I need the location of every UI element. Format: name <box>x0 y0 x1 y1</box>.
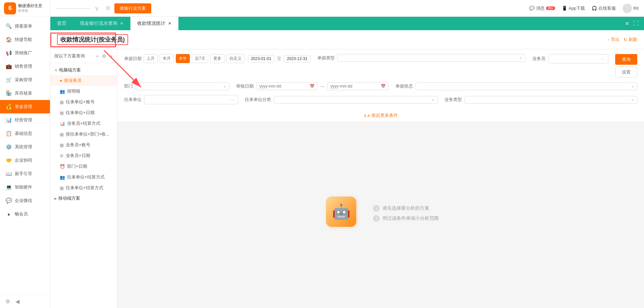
page-title: 收款情况统计(按业务员) <box>57 34 128 45</box>
tree-item-counterpart-settlement2[interactable]: ▦ 往来单位+结算方式 <box>50 183 117 193</box>
dept-filter: 部门 ∨ <box>124 83 229 90</box>
scheme-add-btn[interactable]: + <box>95 53 99 59</box>
review-date-to-input[interactable] <box>330 84 381 89</box>
message-item[interactable]: 💬 消息 99+ <box>529 5 555 11</box>
marketing-icon: 📢 <box>5 50 12 56</box>
tab-bank-flow[interactable]: 现金银行流水查询 ✕ <box>73 17 130 30</box>
doc-status-dropdown-icon: ∨ <box>631 85 634 88</box>
tree-item-staff-date[interactable]: ⚙ 业务员+日期 <box>50 150 117 161</box>
tree-item-dept-date[interactable]: ⏰ 部门+日期 <box>50 161 117 172</box>
sidebar-item-hardware[interactable]: 💻 智能硬件 <box>0 181 50 194</box>
tree-group-desktop[interactable]: ▼ 电脑端方案 <box>50 65 117 75</box>
collapse-bar[interactable]: ∧∧ 收起更多条件 <box>117 109 644 122</box>
tree-item-counterpart-settlement1[interactable]: 👥 往来单位+结算方式 <box>50 172 117 183</box>
sidebar-item-purchase[interactable]: 🛒 采购管理 <box>0 73 50 87</box>
calendar-to-icon: 📅 <box>381 84 386 89</box>
tab-home[interactable]: 首页 <box>50 20 73 27</box>
online-service-item[interactable]: 🎧 在线客服 <box>592 5 616 11</box>
refresh-icon: ↻ <box>624 37 627 42</box>
date-btn-this-month[interactable]: 本月 <box>160 54 174 63</box>
tree-item-counterpart-account[interactable]: ▦ 往来单位+账号 <box>50 97 117 107</box>
sidebar-item-basic[interactable]: 📋 基础信息 <box>0 127 50 140</box>
biz-type-input[interactable]: ∨ <box>465 96 637 104</box>
date-to-value: 2023-12-31 <box>284 55 310 62</box>
user-avatar-item[interactable]: Rit <box>623 4 639 13</box>
doc-type-input[interactable]: ∨ <box>337 54 526 62</box>
sidebar-settings-btn[interactable]: ⚙ <box>5 298 10 305</box>
sidebar-item-enterprise[interactable]: 🤝 企业协同 <box>0 154 50 167</box>
counterpart-category-input[interactable]: ∨ <box>274 96 438 104</box>
tree-item-by-staff[interactable]: ● 按业务员 <box>50 75 117 86</box>
filter-row-2: 部门 ∨ 审核日期 📅 — <box>124 82 637 90</box>
tree-item-counterpart-dept[interactable]: ▦ 按往来单位+部门+收... <box>50 129 117 140</box>
counterpart-input[interactable]: ··· <box>144 95 238 104</box>
empty-hints: 1 请先选择要分析的方案 2 用过滤条件来缩小分析范围 <box>373 205 439 225</box>
tab-receipt-stats[interactable]: 收款情况统计 ✕ <box>130 17 178 30</box>
tree-item-counterpart-date[interactable]: ▦ 往来单位+日期 <box>50 107 117 118</box>
tree-item-detail[interactable]: 👥 按明细 <box>50 86 117 97</box>
query-button[interactable]: 查询 <box>615 54 637 65</box>
scheme-settings-btn[interactable]: ⚙ <box>101 53 107 59</box>
tab-bank-flow-close[interactable]: ✕ <box>120 21 123 26</box>
collapse-icon: ∧∧ <box>364 113 370 118</box>
breadcrumb-dropdown-icon[interactable]: ∨ <box>95 5 99 12</box>
sidebar-item-quicknav[interactable]: 🏠 快捷导航 <box>0 33 50 46</box>
counterpart-filter: 往来单位 ··· <box>124 95 238 104</box>
date-btn-custom[interactable]: 自定义 <box>226 54 245 63</box>
sidebar-item-search[interactable]: 🔍 搜索菜单 <box>0 19 50 33</box>
staff-filter: 业务员 ··· <box>532 54 608 63</box>
staff-label: 业务员 <box>532 56 545 62</box>
hint-step-1: 1 <box>373 205 380 212</box>
review-date-separator: — <box>320 84 325 89</box>
sidebar-item-member[interactable]: ♦ 畅会员 <box>0 207 50 221</box>
main-area: ———————— ∨ ⚙ 体验行业方案 💬 消息 99+ 📱 App下载 🎧 在… <box>50 0 644 308</box>
table-icon-1: ▦ <box>60 100 64 105</box>
table-icon-3: ▦ <box>60 132 64 137</box>
staff-input[interactable]: ··· <box>548 54 608 63</box>
sidebar-item-system[interactable]: ⚙️ 系统管理 <box>0 140 50 154</box>
header-right: 💬 消息 99+ 📱 App下载 🎧 在线客服 Rit <box>529 4 639 13</box>
sidebar-collapse-btn[interactable]: ◀ <box>15 298 19 305</box>
scheme-button[interactable]: 体验行业方案 <box>114 3 151 13</box>
doc-status-input[interactable]: ∨ <box>416 83 637 90</box>
app-logo-icon: 6 <box>4 2 16 14</box>
sidebar-item-guide[interactable]: 📖 新手引导 <box>0 167 50 181</box>
date-btn-last-month[interactable]: 上月 <box>144 54 158 63</box>
date-btn-more[interactable]: 更多 <box>210 54 224 63</box>
scheme-panel-header-actions: + ⚙ « <box>95 53 113 59</box>
gear-settings-icon[interactable]: ⚙ <box>106 5 110 11</box>
tree-item-staff-account[interactable]: ▦ 业务员+账号 <box>50 140 117 150</box>
dept-dropdown-icon: ∨ <box>223 85 226 88</box>
export-button[interactable]: ↑ 导出 <box>607 37 620 43</box>
tab-bar: 首页 现金银行流水查询 ✕ 收款情况统计 ✕ ✕ ⛶ <box>50 17 644 30</box>
tab-close-all-btn[interactable]: ✕ <box>624 19 631 28</box>
dept-input[interactable]: ∨ <box>136 83 229 90</box>
sidebar-item-wechat[interactable]: 💬 企业微信 <box>0 194 50 207</box>
sidebar-item-operation[interactable]: 📊 经营管理 <box>0 113 50 127</box>
tab-receipt-stats-close[interactable]: ✕ <box>168 21 171 26</box>
date-from-display: 2023-01-01 至 2023-12-31 <box>248 56 311 62</box>
settings-button[interactable]: 设置 <box>615 67 637 78</box>
inventory-icon: 🏪 <box>5 90 12 97</box>
refresh-button[interactable]: ↻ 刷新 <box>624 37 637 43</box>
tree-item-staff-settlement[interactable]: 📊 业务员+结算方式 <box>50 118 117 129</box>
review-date-to[interactable]: 📅 <box>327 82 389 90</box>
sidebar-item-marketing[interactable]: 📢 营销推广 <box>0 46 50 60</box>
tree-group-mobile[interactable]: ▶ 移动端方案 <box>50 193 117 203</box>
review-date-from[interactable]: 📅 <box>256 82 318 90</box>
scheme-collapse-btn[interactable]: « <box>109 53 113 59</box>
sidebar-nav: 🔍 搜索菜单 🏠 快捷导航 📢 营销推广 💼 销售管理 🛒 采购管理 🏪 库存核… <box>0 17 50 295</box>
date-btn-7days[interactable]: 近7天 <box>192 54 208 63</box>
tab-expand-btn[interactable]: ⛶ <box>632 19 640 28</box>
search-icon: 🔍 <box>5 23 12 30</box>
app-download-item[interactable]: 📱 App下载 <box>562 5 585 11</box>
sidebar-item-finance[interactable]: 💰 资金管理 <box>0 100 50 113</box>
table-icon-4: ▦ <box>60 143 64 148</box>
sidebar-item-inventory[interactable]: 🏪 库存核算 <box>0 87 50 100</box>
review-date-from-input[interactable] <box>259 84 310 89</box>
doc-status-label: 单据状态 <box>395 83 413 89</box>
home-icon: 🏠 <box>5 36 12 43</box>
sidebar-item-sales[interactable]: 💼 销售管理 <box>0 60 50 73</box>
date-btn-this-year[interactable]: 本年 <box>176 54 190 63</box>
hint-item-1: 1 请先选择要分析的方案 <box>373 205 439 212</box>
